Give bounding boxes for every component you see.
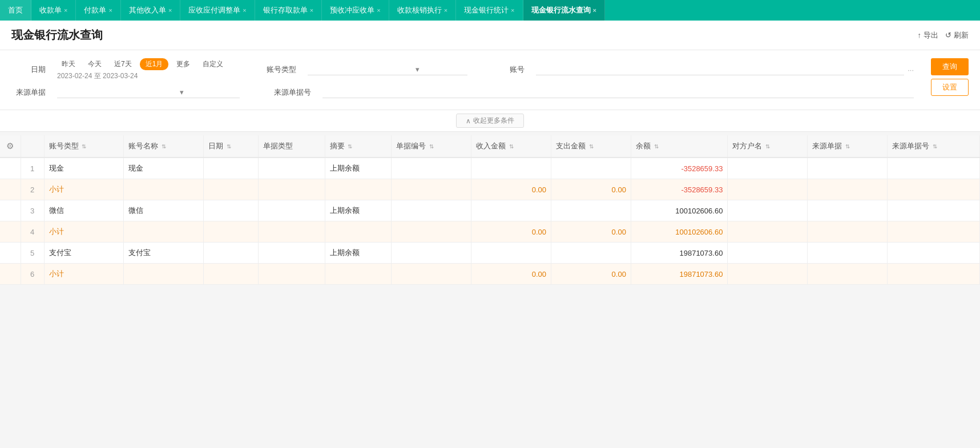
col-summary[interactable]: 摘要 ⇅ bbox=[325, 135, 392, 158]
gear-icon[interactable]: ⚙ bbox=[6, 141, 14, 151]
row-balance: -3528659.33 bbox=[631, 158, 727, 179]
row-account-type: 小计 bbox=[44, 221, 124, 243]
col-counterpart[interactable]: 对方户名 ⇅ bbox=[728, 135, 808, 158]
nav-tab-home[interactable]: 首页 bbox=[0, 0, 31, 21]
source-doc-num-label: 来源单据号 bbox=[274, 87, 311, 98]
date-btn-more[interactable]: 更多 bbox=[172, 58, 195, 70]
nav-tab-prepay[interactable]: 预收冲应收单× bbox=[322, 0, 389, 21]
col-source-doc[interactable]: 来源单据 ⇅ bbox=[808, 135, 888, 158]
col-date[interactable]: 日期 ⇅ bbox=[204, 135, 259, 158]
date-btn-custom[interactable]: 自定义 bbox=[198, 58, 228, 70]
row-doc-type bbox=[258, 221, 325, 243]
account-input-field[interactable] bbox=[539, 65, 901, 74]
nav-tab-other-income[interactable]: 其他收入单× bbox=[121, 0, 180, 21]
row-gear-cell bbox=[0, 158, 21, 179]
col-account-name[interactable]: 账号名称 ⇅ bbox=[124, 135, 204, 158]
date-btn-7days[interactable]: 近7天 bbox=[110, 58, 136, 70]
close-tab-prepay[interactable]: × bbox=[377, 7, 380, 14]
row-counterpart bbox=[728, 243, 808, 264]
row-expense bbox=[551, 158, 631, 179]
nav-tab-write-off[interactable]: 收款核销执行× bbox=[389, 0, 456, 21]
row-summary: 上期余额 bbox=[325, 158, 392, 179]
close-tab-bank-flow[interactable]: × bbox=[593, 7, 596, 14]
close-tab-receipt[interactable]: × bbox=[64, 7, 67, 14]
row-counterpart bbox=[728, 179, 808, 200]
nav-tab-payment[interactable]: 付款单× bbox=[76, 0, 120, 21]
col-expense[interactable]: 支出金额 ⇅ bbox=[551, 135, 631, 158]
row-account-name: 微信 bbox=[124, 200, 204, 221]
col-source-doc-no[interactable]: 来源单据号 ⇅ bbox=[888, 135, 980, 158]
col-gear: ⚙ bbox=[0, 135, 21, 158]
source-doc-num-input[interactable] bbox=[322, 87, 914, 98]
settings-button[interactable]: 设置 bbox=[931, 79, 969, 96]
col-doc-no[interactable]: 单据编号 ⇅ bbox=[392, 135, 471, 158]
close-tab-other-income[interactable]: × bbox=[168, 7, 172, 14]
page-title: 现金银行流水查询 bbox=[11, 27, 103, 43]
row-expense bbox=[551, 243, 631, 264]
row-source-doc-no bbox=[888, 264, 980, 285]
col-balance[interactable]: 余额 ⇅ bbox=[631, 135, 727, 158]
row-doc-no bbox=[392, 200, 471, 221]
close-tab-bank-stats[interactable]: × bbox=[511, 7, 514, 14]
refresh-label: 刷新 bbox=[954, 30, 969, 41]
row-doc-no bbox=[392, 221, 471, 243]
date-btn-today[interactable]: 今天 bbox=[83, 58, 106, 70]
account-type-label: 账号类型 bbox=[262, 64, 296, 75]
row-summary: 上期余额 bbox=[325, 200, 392, 221]
row-expense: 0.00 bbox=[551, 179, 631, 200]
row-balance: 19871073.60 bbox=[631, 264, 727, 285]
table-row: 4小计0.000.00100102606.60 bbox=[0, 221, 980, 243]
row-date bbox=[204, 179, 259, 200]
close-tab-bank-deposit[interactable]: × bbox=[310, 7, 313, 14]
nav-tab-bank-deposit[interactable]: 银行存取款单× bbox=[255, 0, 322, 21]
row-account-name bbox=[124, 264, 204, 285]
query-button[interactable]: 查询 bbox=[931, 58, 969, 75]
row-source-doc bbox=[808, 179, 888, 200]
row-account-name bbox=[124, 221, 204, 243]
collapse-bar: ∧ 收起更多条件 bbox=[0, 110, 980, 132]
col-income[interactable]: 收入金额 ⇅ bbox=[471, 135, 551, 158]
row-account-type: 小计 bbox=[44, 264, 124, 285]
table-row: 2小计0.000.00-3528659.33 bbox=[0, 179, 980, 200]
nav-tab-bank-stats[interactable]: 现金银行统计× bbox=[456, 0, 523, 21]
source-doc-num-field[interactable] bbox=[326, 88, 910, 96]
source-doc-select[interactable]: ▾ bbox=[57, 87, 240, 98]
close-tab-payment[interactable]: × bbox=[108, 7, 112, 14]
row-income bbox=[471, 158, 551, 179]
row-summary bbox=[325, 179, 392, 200]
collapse-button[interactable]: ∧ 收起更多条件 bbox=[456, 114, 524, 128]
nav-tab-receipt[interactable]: 收款单× bbox=[31, 0, 76, 21]
date-buttons: 昨天 今天 近7天 近1月 更多 自定义 bbox=[57, 58, 228, 70]
account-type-select[interactable]: ▾ bbox=[308, 64, 467, 75]
refresh-button[interactable]: ↺ 刷新 bbox=[945, 30, 969, 41]
row-doc-no bbox=[392, 264, 471, 285]
row-date bbox=[204, 200, 259, 221]
account-more-icon[interactable]: ··· bbox=[908, 66, 914, 74]
account-input[interactable] bbox=[536, 64, 904, 75]
date-btn-yesterday[interactable]: 昨天 bbox=[57, 58, 80, 70]
date-label: 日期 bbox=[11, 64, 46, 75]
close-tab-write-off[interactable]: × bbox=[444, 7, 447, 14]
collapse-label: 收起更多条件 bbox=[473, 116, 514, 126]
date-btn-1month[interactable]: 近1月 bbox=[140, 58, 169, 70]
row-account-type: 微信 bbox=[44, 200, 124, 221]
page-header: 现金银行流水查询 ↑ 导出 ↺ 刷新 bbox=[0, 21, 980, 50]
row-date bbox=[204, 158, 259, 179]
row-balance: -3528659.33 bbox=[631, 179, 727, 200]
row-income bbox=[471, 200, 551, 221]
row-counterpart bbox=[728, 264, 808, 285]
col-account-type[interactable]: 账号类型 ⇅ bbox=[44, 135, 124, 158]
nav-tab-bank-flow[interactable]: 现金银行流水查询× bbox=[523, 0, 605, 21]
row-source-doc bbox=[808, 221, 888, 243]
row-date bbox=[204, 243, 259, 264]
row-doc-no bbox=[392, 243, 471, 264]
row-counterpart bbox=[728, 200, 808, 221]
row-number: 3 bbox=[21, 200, 44, 221]
close-tab-ar-adjust[interactable]: × bbox=[243, 7, 246, 14]
table-container: ⚙ 账号类型 ⇅ 账号名称 ⇅ 日期 ⇅ 单据类型 摘要 ⇅ 单据编号 ⇅ 收入… bbox=[0, 135, 980, 285]
row-gear-cell bbox=[0, 243, 21, 264]
row-summary: 上期余额 bbox=[325, 243, 392, 264]
row-income: 0.00 bbox=[471, 179, 551, 200]
nav-tab-ar-adjust[interactable]: 应收应付调整单× bbox=[180, 0, 255, 21]
export-button[interactable]: ↑ 导出 bbox=[918, 30, 939, 41]
